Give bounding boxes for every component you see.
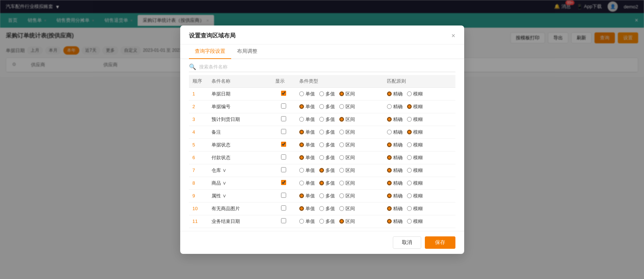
type-radio-label[interactable]: 单值: [299, 116, 315, 123]
type-radio[interactable]: [299, 219, 304, 224]
type-radio-label[interactable]: 区间: [339, 154, 355, 161]
match-radio-label[interactable]: 模糊: [407, 167, 423, 174]
type-radio-label[interactable]: 多值: [319, 91, 335, 97]
type-radio-label[interactable]: 单值: [299, 103, 315, 110]
type-radio[interactable]: [319, 219, 324, 224]
match-radio-label[interactable]: 模糊: [407, 142, 423, 148]
type-radio[interactable]: [299, 168, 304, 173]
type-radio-label[interactable]: 单值: [299, 167, 315, 174]
type-radio[interactable]: [299, 104, 304, 109]
match-radio[interactable]: [407, 130, 412, 134]
match-radio-label[interactable]: 模糊: [407, 129, 423, 135]
match-radio[interactable]: [407, 104, 412, 109]
match-radio-label[interactable]: 精确: [387, 180, 403, 186]
match-radio[interactable]: [387, 181, 392, 185]
type-radio[interactable]: [299, 193, 304, 198]
match-radio-label[interactable]: 精确: [387, 142, 403, 148]
type-radio-label[interactable]: 多值: [319, 205, 335, 212]
match-radio-label[interactable]: 精确: [387, 116, 403, 123]
match-radio[interactable]: [407, 155, 412, 160]
type-radio-label[interactable]: 区间: [339, 103, 355, 110]
match-radio-label[interactable]: 模糊: [407, 116, 423, 123]
match-radio[interactable]: [407, 181, 412, 185]
type-radio[interactable]: [339, 91, 344, 96]
type-radio-label[interactable]: 单值: [299, 205, 315, 212]
type-radio[interactable]: [339, 117, 344, 122]
type-radio[interactable]: [319, 117, 324, 122]
type-radio-label[interactable]: 单值: [299, 154, 315, 161]
type-radio[interactable]: [339, 155, 344, 160]
show-checkbox[interactable]: [281, 142, 286, 147]
type-radio[interactable]: [339, 168, 344, 173]
match-radio[interactable]: [407, 142, 412, 147]
type-radio[interactable]: [339, 104, 344, 109]
type-radio-label[interactable]: 多值: [319, 218, 335, 225]
match-radio[interactable]: [407, 193, 412, 198]
modal-overlay[interactable]: 设置查询区域布局 × 查询字段设置 布局调整 🔍 顺序 条件名称 显示: [0, 0, 644, 279]
type-radio-label[interactable]: 区间: [339, 180, 355, 186]
type-radio-label[interactable]: 区间: [339, 129, 355, 135]
show-checkbox[interactable]: [281, 116, 286, 121]
type-radio-label[interactable]: 区间: [339, 91, 355, 97]
match-radio[interactable]: [407, 168, 412, 173]
show-checkbox[interactable]: [281, 218, 286, 223]
type-radio[interactable]: [299, 91, 304, 96]
type-radio-label[interactable]: 单值: [299, 193, 315, 199]
match-radio[interactable]: [407, 91, 412, 96]
type-radio[interactable]: [319, 206, 324, 211]
show-checkbox[interactable]: [281, 91, 286, 96]
type-radio[interactable]: [319, 104, 324, 109]
search-input[interactable]: [199, 64, 272, 70]
match-radio-label[interactable]: 精确: [387, 167, 403, 174]
show-checkbox[interactable]: [281, 193, 286, 198]
match-radio-label[interactable]: 模糊: [407, 154, 423, 161]
type-radio-label[interactable]: 区间: [339, 218, 355, 225]
tab-query-fields[interactable]: 查询字段设置: [189, 44, 231, 59]
match-radio[interactable]: [407, 219, 412, 224]
type-radio[interactable]: [299, 155, 304, 160]
type-radio-label[interactable]: 多值: [319, 180, 335, 186]
type-radio[interactable]: [299, 206, 304, 211]
match-radio-label[interactable]: 模糊: [407, 91, 423, 97]
match-radio-label[interactable]: 模糊: [407, 180, 423, 186]
type-radio-label[interactable]: 区间: [339, 167, 355, 174]
cancel-btn[interactable]: 取消: [393, 236, 421, 249]
type-radio[interactable]: [339, 181, 344, 185]
match-radio[interactable]: [387, 193, 392, 198]
match-radio-label[interactable]: 模糊: [407, 218, 423, 225]
type-radio-label[interactable]: 多值: [319, 193, 335, 199]
match-radio-label[interactable]: 模糊: [407, 205, 423, 212]
type-radio-label[interactable]: 区间: [339, 193, 355, 199]
type-radio-label[interactable]: 区间: [339, 142, 355, 148]
type-radio-label[interactable]: 多值: [319, 129, 335, 135]
type-radio[interactable]: [339, 193, 344, 198]
match-radio[interactable]: [387, 168, 392, 173]
type-radio[interactable]: [319, 193, 324, 198]
match-radio-label[interactable]: 精确: [387, 91, 403, 97]
type-radio-label[interactable]: 多值: [319, 167, 335, 174]
type-radio-label[interactable]: 单值: [299, 180, 315, 186]
type-radio-label[interactable]: 单值: [299, 142, 315, 148]
type-radio[interactable]: [339, 130, 344, 134]
type-radio[interactable]: [299, 117, 304, 122]
show-checkbox[interactable]: [281, 129, 286, 134]
match-radio-label[interactable]: 精确: [387, 103, 403, 110]
show-checkbox[interactable]: [281, 103, 286, 109]
type-radio[interactable]: [339, 206, 344, 211]
type-radio[interactable]: [319, 181, 324, 185]
type-radio[interactable]: [299, 181, 304, 185]
match-radio-label[interactable]: 精确: [387, 205, 403, 212]
type-radio[interactable]: [319, 130, 324, 134]
match-radio[interactable]: [387, 206, 392, 211]
match-radio[interactable]: [387, 91, 392, 96]
type-radio[interactable]: [319, 91, 324, 96]
modal-close-btn[interactable]: ×: [451, 32, 455, 39]
match-radio[interactable]: [387, 142, 392, 147]
show-checkbox[interactable]: [281, 205, 286, 211]
show-checkbox[interactable]: [281, 154, 286, 160]
match-radio-label[interactable]: 精确: [387, 154, 403, 161]
save-btn[interactable]: 保存: [425, 236, 455, 249]
match-radio-label[interactable]: 精确: [387, 218, 403, 225]
type-radio-label[interactable]: 单值: [299, 91, 315, 97]
match-radio[interactable]: [407, 206, 412, 211]
